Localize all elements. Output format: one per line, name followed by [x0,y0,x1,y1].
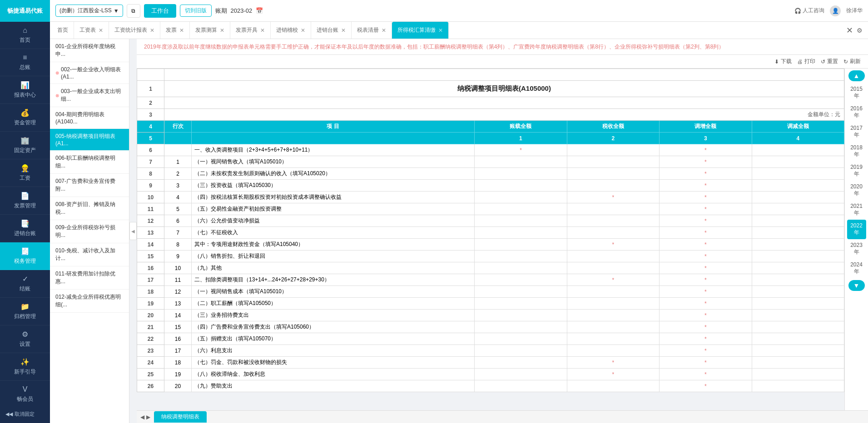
tab-close-invoice-calc[interactable]: ✕ [220,27,224,34]
sidebar-item-ledger[interactable]: ≡总账 [0,49,50,76]
left-panel-item-005[interactable]: 005-纳税调整项目明细表(A1... [50,129,129,151]
table-row: 22 16 （五）捐赠支出（填写A105070） * [137,333,844,345]
old-version-button[interactable]: 切到旧版 [180,5,212,17]
tab-invoice-calc[interactable]: 发票测算✕ [190,22,230,39]
year-item-2018年[interactable]: 2018年 [847,142,866,161]
main-area: (勿删）江西股金-LSS ▼ ⧉ 工作台 切到旧版 账期 2023-02 📅 🎧… [50,0,868,423]
tab-close-invoice-open[interactable]: ✕ [260,27,265,34]
sidebar-item-archive[interactable]: 📁归档管理 [0,298,50,325]
close-all-tabs[interactable]: ✕ ⚙ [843,25,866,35]
sheet-nav-prev[interactable]: ◀ [140,414,144,420]
tab-close-salary[interactable]: ✕ [99,27,103,34]
sidebar-item-fixed-asset[interactable]: 🏢固定资产 [0,132,50,159]
tab-home[interactable]: 首页 [52,22,74,39]
notice-bar: 2019年度涉及取以前年度继续数据的申报表单元格需要手工维护正确，才能保证本年及… [137,39,868,55]
sidebar-item-settings[interactable]: ⚙设置 [0,325,50,353]
table-row: 8 2 （二）未按权责发生制原则确认的收入（填写A105020） * [137,168,844,180]
left-panel-item-006[interactable]: 006-职工薪酬纳税调整明细... [50,151,129,174]
tab-close-invoice[interactable]: ✕ [179,27,184,34]
year-sidebar: ▲ 2015年2016年2017年2018年2019年2020年2021年202… [844,69,868,410]
left-panel-item-010[interactable]: 010-免税、减计收入及加计... [50,243,129,266]
tab-bar: 首页工资表✕工资统计报表✕发票✕发票测算✕发票开具✕进销稽校✕进销台账✕税表清册… [50,22,868,39]
sidebar: 畅捷通易代账 ⌂首页≡总账📊报表中心💰资金管理🏢固定资产👷工资📄发票管理📑进销台… [0,0,50,423]
print-icon: 🖨 [797,59,803,65]
sidebar-item-salary[interactable]: 👷工资 [0,159,50,187]
year-item-2023年[interactable]: 2023年 [847,239,866,259]
calendar-icon[interactable]: 📅 [256,7,263,14]
tab-tax-clear[interactable]: 税表清册✕ [352,22,392,39]
year-item-2017年[interactable]: 2017年 [847,122,866,142]
consult-btn[interactable]: 🎧 人工咨询 [794,7,824,15]
sidebar-item-home[interactable]: ⌂首页 [0,22,50,49]
reset-icon: ↺ [821,59,825,65]
table-row: 13 7 （七）不征税收入 * [137,227,844,239]
tab-purchase-check[interactable]: 进销稽校✕ [271,22,311,39]
year-item-2021年[interactable]: 2021年 [847,200,866,220]
download-button[interactable]: ⬇ 下载 [774,58,792,65]
table-row: 15 9 （八）销售折扣、折让和退回 * [137,251,844,262]
year-item-2019年[interactable]: 2019年 [847,161,866,181]
tab-close-purchase-ledger[interactable]: ✕ [341,27,346,34]
table-row: 10 4 （四）按税法核算长期股权投资对初始投资成本调整确认收益 * * [137,192,844,203]
left-panel-item-008[interactable]: 008-资产折旧、摊销及纳税... [50,197,129,220]
left-panel-item-004[interactable]: 004-期间费用明细表(A1040... [50,107,129,129]
sidebar-item-tax[interactable]: 🧾税务管理 [0,242,50,270]
year-item-2022年[interactable]: 2022年 [847,220,866,239]
sidebar-item-invoice-mgmt[interactable]: 📄发票管理 [0,187,50,215]
period-value: 2023-02 [231,7,253,14]
tab-income-tax[interactable]: 所得税汇算清缴✕ [392,22,449,39]
sidebar-item-member[interactable]: V畅会员 [0,381,50,405]
period-label: 账期 [215,7,227,15]
period-display: 账期 2023-02 📅 [215,7,263,15]
left-panel: 001-企业所得税年度纳税申...⊗002-一般企业收入明细表(A1...⊗00… [50,39,129,423]
tab-salary[interactable]: 工资表✕ [74,22,109,39]
tab-invoice[interactable]: 发票✕ [160,22,190,39]
year-scroll-down[interactable]: ▼ [848,280,865,291]
tab-close-purchase-check[interactable]: ✕ [301,27,305,34]
sidebar-pin-toggle[interactable]: ◀◀ 取消固定 [4,409,46,419]
sheet-nav-next[interactable]: ▶ [146,414,150,420]
print-button[interactable]: 🖨 打印 [797,58,815,65]
sheet-tab-item[interactable]: 纳税调整明细表 [154,411,207,423]
left-panel-item-003[interactable]: ⊗003-一般企业成本支出明细... [50,84,129,107]
year-item-2015年[interactable]: 2015年 [847,83,866,103]
right-panel: 2019年度涉及取以前年度继续数据的申报表单元格需要手工维护正确，才能保证本年及… [137,39,868,423]
workbench-button[interactable]: 工作台 [144,4,176,18]
year-scroll-up[interactable]: ▲ [848,70,865,81]
company-selector[interactable]: (勿删）江西股金-LSS ▼ [55,5,123,17]
sidebar-item-fund[interactable]: 💰资金管理 [0,104,50,132]
left-panel-item-012[interactable]: 012-减免企业所得税优惠明细(... [50,290,129,313]
table-row: 7 1 （一）视同销售收入（填写A105010） * [137,156,844,168]
topbar-right: 🎧 人工咨询 👤 徐泽华 [794,5,863,16]
sidebar-item-guide[interactable]: ✨新手引导 [0,353,50,381]
table-row: 11 5 （五）交易性金融资产初始投资调整 * [137,203,844,215]
tab-invoice-open[interactable]: 发票开具✕ [230,22,271,39]
left-panel-item-011[interactable]: 011-研发费用加计扣除优惠... [50,266,129,290]
copy-icon[interactable]: ⧉ [127,4,140,18]
table-row: 18 12 （一）视同销售成本（填写A105010） * [137,286,844,298]
year-item-2024年[interactable]: 2024年 [847,259,866,278]
tab-close-income-tax[interactable]: ✕ [438,27,443,34]
left-panel-item-009[interactable]: 009-企业所得税弥补亏损明... [50,220,129,243]
sheet-nav-left[interactable]: ◀ ▶ [140,414,150,420]
data-table: 1 纳税调整项目明细表(A105000)23 金额单位：元4 行次 项 目 账载… [137,69,844,392]
left-panel-item-007[interactable]: 007-广告费和业务宣传费附... [50,174,129,197]
tab-purchase-ledger[interactable]: 进销台账✕ [311,22,352,39]
sheet-title: 纳税调整项目明细表(A105000) [164,81,844,97]
refresh-button[interactable]: ↻ 刷新 [843,58,861,65]
left-panel-item-002[interactable]: ⊗002-一般企业收入明细表(A1... [50,62,129,84]
table-row: 6 一、收入类调整项目（2+3+4+5+6+7+8+10+11） * * [137,144,844,156]
table-row: 14 8 其中：专项用途财政性资金（填写A105040） * * [137,239,844,251]
sidebar-item-close[interactable]: ✓结账 [0,270,50,298]
year-item-2016年[interactable]: 2016年 [847,103,866,122]
tab-close-salary-report[interactable]: ✕ [150,27,154,34]
sidebar-item-purchase[interactable]: 📑进销台账 [0,215,50,242]
tab-salary-report[interactable]: 工资统计报表✕ [109,22,160,39]
tab-close-tax-clear[interactable]: ✕ [382,27,386,34]
reset-button[interactable]: ↺ 重置 [821,58,838,65]
sidebar-item-report[interactable]: 📊报表中心 [0,76,50,104]
year-item-2020年[interactable]: 2020年 [847,181,866,200]
left-panel-item-001[interactable]: 001-企业所得税年度纳税申... [50,39,129,62]
panel-collapse-button[interactable]: ◀ [129,222,137,240]
table-row: 25 19 （八）税收滞纳金、加收利息 * * [137,369,844,380]
